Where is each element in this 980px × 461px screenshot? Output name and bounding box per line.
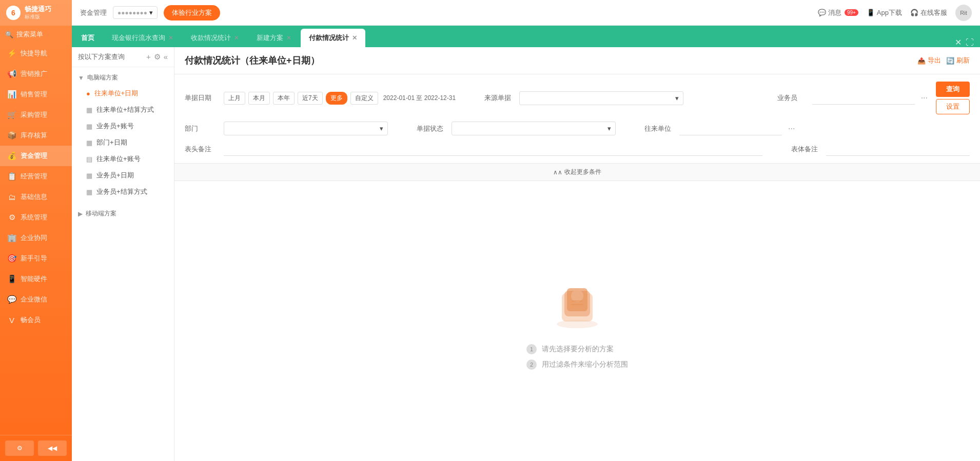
sidebar-item-weixin[interactable]: 💬 企业微信 xyxy=(0,289,72,310)
sidebar-item-inventory[interactable]: 📦 库存核算 xyxy=(0,125,72,146)
breadcrumb: 资金管理 xyxy=(80,8,107,17)
tab-new-scheme-close[interactable]: ✕ xyxy=(286,34,291,42)
tab-new-scheme[interactable]: 新建方案 ✕ xyxy=(248,29,300,47)
trial-btn[interactable]: 体验行业方案 xyxy=(164,5,220,21)
date-opt-7days[interactable]: 近7天 xyxy=(298,92,323,105)
partner-dots-icon[interactable]: ··· xyxy=(788,124,795,133)
scheme-item-partner-settle[interactable]: ▦ 往来单位+结算方式 xyxy=(72,102,174,118)
tab-receipt-stats-close[interactable]: ✕ xyxy=(234,34,239,42)
dept-select[interactable]: ▾ xyxy=(224,122,388,135)
sidebar-item-system[interactable]: ⚙ 系统管理 xyxy=(0,207,72,228)
sidebar-search[interactable]: 🔍 搜索菜单 xyxy=(0,26,72,43)
sidebar-item-label: 销售管理 xyxy=(21,90,47,99)
tab-home-label: 首页 xyxy=(81,33,94,43)
tab-bank-flow[interactable]: 现金银行流水查询 ✕ xyxy=(104,29,182,47)
sidebar-item-guide[interactable]: 🎯 新手引导 xyxy=(0,248,72,269)
tab-payment-stats-close[interactable]: ✕ xyxy=(352,34,357,42)
app-download-btn[interactable]: 📱 App下载 xyxy=(867,8,902,17)
scheme-item-salesperson-date[interactable]: ▦ 业务员+日期 xyxy=(72,167,174,184)
tab-payment-stats[interactable]: 付款情况统计 ✕ xyxy=(301,29,365,47)
scheme-label-partner-date: 往来单位+日期 xyxy=(94,89,139,98)
salesperson-label: 业务员 xyxy=(777,93,808,103)
left-panel-header: 按以下方案查询 + ⚙ « xyxy=(72,47,174,67)
header-note-input[interactable] xyxy=(224,143,762,156)
body-note-input[interactable] xyxy=(826,143,970,156)
date-opt-this-year[interactable]: 本年 xyxy=(273,92,295,105)
date-opt-custom[interactable]: 自定义 xyxy=(350,92,378,105)
member-icon: V xyxy=(7,315,16,325)
left-panel-title: 按以下方案查询 xyxy=(78,52,125,62)
scheme-item-dept-date[interactable]: ▦ 部门+日期 xyxy=(72,134,174,151)
guide-icon: 🎯 xyxy=(7,254,16,263)
sidebar-item-label: 资金管理 xyxy=(21,151,47,161)
service-btn[interactable]: 🎧 在线客服 xyxy=(910,8,947,17)
sidebar-settings-btn[interactable]: ⚙ xyxy=(5,440,34,456)
scheme-icon-partner-date: ● xyxy=(86,90,90,97)
system-icon: ⚙ xyxy=(7,213,16,222)
mobile-group-title[interactable]: ▶ 移动端方案 xyxy=(72,206,174,221)
marketing-icon: 📢 xyxy=(7,69,16,78)
scheme-item-partner-account[interactable]: ▤ 往来单位+账号 xyxy=(72,151,174,167)
company-select[interactable]: ●●●●●●●● ▾ xyxy=(113,6,158,19)
quick-nav-icon: ⚡ xyxy=(7,49,16,58)
sidebar-item-operation[interactable]: 📋 经营管理 xyxy=(0,166,72,187)
date-opt-this-month[interactable]: 本月 xyxy=(248,92,270,105)
scheme-icon-partner-settle: ▦ xyxy=(86,106,92,114)
dept-dropdown-icon: ▾ xyxy=(380,125,383,132)
filter-settings-btn[interactable]: 设置 xyxy=(936,99,970,114)
sidebar-item-label: 企业协同 xyxy=(21,233,47,243)
scheme-item-salesperson-account[interactable]: ▦ 业务员+账号 xyxy=(72,118,174,134)
scheme-settings-btn[interactable]: ⚙ xyxy=(154,52,161,62)
sidebar-item-basic-info[interactable]: 🗂 基础信息 xyxy=(0,187,72,207)
export-label: 导出 xyxy=(928,56,941,65)
refresh-btn[interactable]: 🔄 刷新 xyxy=(946,56,970,65)
tab-close-all-icon[interactable]: ✕ xyxy=(955,37,962,47)
collapse-bar[interactable]: ∧∧ 收起更多条件 xyxy=(174,163,980,181)
search-icon: 🔍 xyxy=(5,31,13,38)
basic-info-icon: 🗂 xyxy=(7,192,16,202)
tab-home[interactable]: 首页 xyxy=(73,29,103,47)
mobile-scheme-group: ▶ 移动端方案 xyxy=(72,203,174,224)
user-menu[interactable]: Rit xyxy=(955,5,972,21)
scheme-label-salesperson-account: 业务员+账号 xyxy=(96,122,134,131)
sidebar-item-hardware[interactable]: 📱 智能硬件 xyxy=(0,269,72,289)
partner-label: 往来单位 xyxy=(644,124,675,133)
scheme-item-partner-date[interactable]: ● 往来单位+日期 xyxy=(72,85,174,102)
tab-bank-flow-close[interactable]: ✕ xyxy=(168,34,173,42)
date-opt-more[interactable]: 更多 xyxy=(326,92,347,105)
message-btn[interactable]: 💬 消息 99+ xyxy=(818,8,858,17)
hardware-icon: 📱 xyxy=(7,274,16,284)
refresh-label: 刷新 xyxy=(956,56,970,65)
date-opt-last-month[interactable]: 上月 xyxy=(224,92,245,105)
export-btn[interactable]: 📤 导出 xyxy=(917,56,941,65)
tab-expand-icon[interactable]: ⛶ xyxy=(966,38,974,47)
desktop-group-title[interactable]: ▼ 电脑端方案 xyxy=(72,70,174,85)
service-label: 在线客服 xyxy=(920,8,947,17)
sidebar-item-sales[interactable]: 📊 销售管理 xyxy=(0,84,72,105)
sidebar-item-purchase[interactable]: 🛒 采购管理 xyxy=(0,105,72,125)
scheme-item-salesperson-settle[interactable]: ▦ 业务员+结算方式 xyxy=(72,184,174,200)
source-select[interactable]: ▾ xyxy=(519,91,683,105)
doc-status-select[interactable]: ▾ xyxy=(452,122,616,135)
refresh-icon: 🔄 xyxy=(946,57,954,65)
sidebar-footer: ⚙ ◀◀ xyxy=(0,435,72,461)
sidebar-item-quick-nav[interactable]: ⚡ 快捷导航 xyxy=(0,43,72,64)
panel-collapse-btn[interactable]: « xyxy=(164,52,168,62)
sidebar-item-enterprise[interactable]: 🏢 企业协同 xyxy=(0,228,72,248)
tab-receipt-stats[interactable]: 收款情况统计 ✕ xyxy=(183,29,247,47)
sidebar-item-marketing[interactable]: 📢 营销推广 xyxy=(0,64,72,84)
filter-row-2: 部门 ▾ 单据状态 ▾ 往来单位 xyxy=(185,122,970,135)
collapse-arrow-icon: ∧∧ xyxy=(553,169,562,176)
query-btn[interactable]: 查询 xyxy=(936,82,970,97)
salesperson-input[interactable] xyxy=(812,91,915,105)
salesperson-dots-icon[interactable]: ··· xyxy=(921,93,928,103)
partner-input[interactable] xyxy=(679,122,782,135)
sidebar-collapse-btn[interactable]: ◀◀ xyxy=(38,440,67,456)
desktop-scheme-group: ▼ 电脑端方案 ● 往来单位+日期 ▦ 往来单位+结算方式 ▦ 业务员+账号 ▦ xyxy=(72,67,174,203)
sidebar-item-member[interactable]: V 畅会员 xyxy=(0,310,72,330)
sidebar-item-capital[interactable]: 💰 资金管理 xyxy=(0,146,72,166)
dept-label: 部门 xyxy=(185,124,215,133)
header-note-label: 表头备注 xyxy=(185,145,215,154)
add-scheme-btn[interactable]: + xyxy=(146,52,151,62)
dropdown-arrow-icon: ▾ xyxy=(149,9,153,16)
